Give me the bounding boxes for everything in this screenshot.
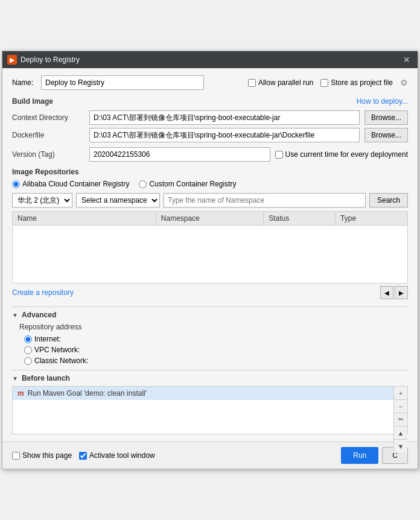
edit-launch-button[interactable]: ✏ — [394, 413, 407, 426]
before-launch-collapsible-header[interactable]: ▼ Before launch — [12, 374, 408, 382]
remove-launch-button[interactable]: − — [394, 400, 407, 413]
advanced-collapsible-header[interactable]: ▼ Advanced — [12, 311, 408, 319]
image-repositories-section: Image Repositories Alibaba Cloud Contain… — [12, 168, 408, 302]
advanced-title: Advanced — [22, 311, 56, 319]
table-header-name: Name — [13, 212, 156, 225]
title-bar-left: ▶ Deploy to Registry — [7, 55, 80, 65]
table-header-namespace: Namespace — [156, 212, 264, 225]
show-this-page-label: Show this page — [22, 451, 72, 460]
create-repository-link[interactable]: Create a repository — [12, 288, 74, 297]
classic-network-radio[interactable] — [24, 357, 32, 365]
maven-goal-label: Run Maven Goal 'demo: clean install' — [28, 389, 147, 398]
use-current-time-label: Use current time for every deployment — [285, 150, 408, 159]
show-this-page-checkbox-item: Show this page — [12, 451, 72, 460]
build-image-form: Context Directory Browse... Dockerfile B… — [12, 110, 408, 142]
dockerfile-input[interactable] — [89, 128, 360, 142]
store-as-project-file-checkbox[interactable] — [320, 79, 328, 87]
add-launch-button[interactable]: + — [394, 387, 407, 400]
move-up-launch-button[interactable]: ▲ — [394, 426, 407, 440]
name-row: Name: Allow parallel run Store as projec… — [12, 75, 408, 90]
title-bar: ▶ Deploy to Registry ✕ — [2, 51, 418, 68]
activate-tool-window-checkbox-item: Activate tool window — [79, 451, 155, 460]
app-icon: ▶ — [7, 55, 17, 65]
table-body — [13, 226, 407, 280]
filter-row: 华北 2 (北京) Select a namespace Search — [12, 193, 408, 208]
before-launch-title: Before launch — [22, 374, 70, 382]
dialog-content: Name: Allow parallel run Store as projec… — [2, 68, 418, 442]
context-dir-label: Context Directory — [12, 113, 84, 122]
advanced-collapse-arrow: ▼ — [12, 312, 18, 319]
activate-tool-window-checkbox[interactable] — [79, 452, 87, 460]
custom-registry-radio-item: Custom Container Registry — [139, 180, 236, 188]
parallel-run-label: Allow parallel run — [258, 78, 313, 87]
dockerfile-label: Dockerfile — [12, 131, 84, 139]
next-page-button[interactable]: ▶ — [395, 286, 408, 299]
version-row: Version (Tag) Use current time for every… — [12, 147, 408, 162]
table-header-status: Status — [264, 212, 336, 225]
activate-tool-window-label: Activate tool window — [89, 451, 155, 460]
table-header-type: Type — [336, 212, 407, 225]
before-launch-section: ▼ Before launch m Run Maven Goal 'demo: … — [12, 370, 408, 434]
region-dropdown[interactable]: 华北 2 (北京) — [12, 193, 72, 208]
footer-checkboxes: Show this page Activate tool window — [12, 451, 155, 460]
custom-registry-radio[interactable] — [139, 180, 147, 188]
parallel-run-checkbox-item: Allow parallel run — [248, 78, 313, 87]
image-repos-title: Image Repositories — [12, 168, 408, 176]
build-image-header: Build Image How to deploy... — [12, 97, 408, 106]
gear-icon[interactable]: ⚙ — [400, 78, 408, 87]
checkboxes-group: Allow parallel run Store as project file… — [248, 78, 408, 87]
maven-goal-item[interactable]: m Run Maven Goal 'demo: clean install' — [13, 387, 407, 400]
internet-radio-item: Internet: — [24, 335, 408, 343]
store-project-checkbox-item: Store as project file — [320, 78, 393, 87]
move-down-launch-button[interactable]: ▼ — [394, 440, 407, 453]
before-launch-collapse-arrow: ▼ — [12, 375, 18, 382]
alibaba-cloud-registry-radio[interactable] — [12, 180, 20, 188]
name-input[interactable] — [41, 75, 204, 90]
allow-parallel-run-checkbox[interactable] — [248, 79, 256, 87]
dockerfile-browse-button[interactable]: Browse... — [364, 128, 408, 142]
close-button[interactable]: ✕ — [401, 55, 413, 65]
advanced-section: ▼ Advanced Repository address Internet: … — [12, 306, 408, 365]
internet-label: Internet: — [34, 335, 61, 343]
how-to-deploy-link[interactable]: How to deploy... — [357, 97, 408, 106]
namespace-search-input[interactable] — [164, 193, 366, 208]
store-project-label: Store as project file — [331, 78, 393, 87]
run-button[interactable]: Run — [341, 447, 378, 464]
before-launch-list: m Run Maven Goal 'demo: clean install' +… — [12, 386, 408, 434]
context-dir-input[interactable] — [89, 110, 360, 125]
maven-icon: m — [18, 389, 24, 398]
alibaba-cloud-registry-label: Alibaba Cloud Container Registry — [22, 180, 129, 188]
version-label: Version (Tag) — [12, 150, 84, 159]
classic-network-label: Classic Network: — [34, 357, 88, 365]
internet-radio[interactable] — [24, 335, 32, 343]
build-image-title: Build Image — [12, 97, 53, 106]
search-button[interactable]: Search — [369, 193, 408, 208]
launch-controls: + − ✏ ▲ ▼ — [393, 387, 407, 453]
vpc-network-label: VPC Network: — [34, 346, 80, 354]
context-dir-browse-button[interactable]: Browse... — [364, 110, 408, 125]
table-footer: Create a repository ◀ ▶ — [12, 284, 408, 302]
prev-page-button[interactable]: ◀ — [380, 286, 393, 299]
dialog-title: Deploy to Registry — [21, 55, 80, 64]
vpc-network-radio-item: VPC Network: — [24, 346, 408, 354]
vpc-network-radio[interactable] — [24, 346, 32, 354]
custom-registry-label: Custom Container Registry — [149, 180, 236, 188]
alibaba-cloud-registry-radio-item: Alibaba Cloud Container Registry — [12, 180, 129, 188]
pagination-nav: ◀ ▶ — [380, 286, 408, 299]
repo-address-title: Repository address — [19, 323, 408, 331]
show-this-page-checkbox[interactable] — [12, 452, 20, 460]
use-current-time-checkbox[interactable] — [275, 151, 283, 159]
table-header: Name Namespace Status Type — [13, 212, 407, 226]
version-input[interactable] — [89, 147, 270, 162]
name-label: Name: — [12, 78, 36, 87]
repo-address-radio-group: Internet: VPC Network: Classic Network: — [19, 335, 408, 365]
repository-table: Name Namespace Status Type — [12, 211, 408, 284]
registry-type-radio-row: Alibaba Cloud Container Registry Custom … — [12, 180, 408, 188]
dialog-footer: Show this page Activate tool window Run … — [2, 442, 418, 469]
repo-address-section: Repository address Internet: VPC Network… — [12, 323, 408, 365]
dialog-window: ▶ Deploy to Registry ✕ Name: Allow paral… — [2, 51, 418, 469]
use-current-time-row: Use current time for every deployment — [275, 150, 408, 159]
namespace-dropdown[interactable]: Select a namespace — [76, 193, 160, 208]
classic-network-radio-item: Classic Network: — [24, 357, 408, 365]
